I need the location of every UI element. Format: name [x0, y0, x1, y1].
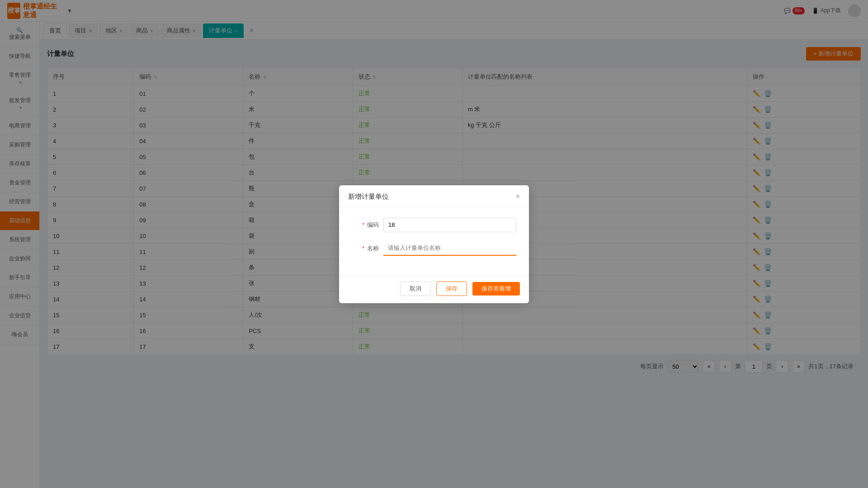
- cancel-button[interactable]: 取消: [400, 282, 431, 296]
- modal-title: 新增计量单位: [348, 192, 389, 201]
- required-mark: *: [362, 245, 364, 252]
- modal-footer: 取消 保存 保存并新增: [339, 276, 529, 303]
- save-and-new-button[interactable]: 保存并新增: [472, 282, 520, 296]
- save-button[interactable]: 保存: [436, 282, 467, 296]
- name-input[interactable]: [383, 241, 516, 256]
- form-row-name: * 名称: [352, 241, 516, 256]
- app-container: 橙掌 橙掌通经生意通 ▼ 💬 99+ 📱 App下载 🔍: [0, 0, 868, 488]
- form-label-name: * 名称: [352, 244, 379, 253]
- form-label-code: * 编码: [352, 221, 379, 229]
- modal-close-button[interactable]: ×: [516, 192, 520, 201]
- modal-header: 新增计量单位 ×: [339, 185, 529, 207]
- form-row-code: * 编码: [352, 218, 516, 232]
- add-measure-unit-modal: 新增计量单位 × * 编码 * 名称: [339, 185, 529, 303]
- required-mark: *: [362, 221, 364, 228]
- modal-overlay: 新增计量单位 × * 编码 * 名称: [0, 0, 868, 488]
- code-input[interactable]: [383, 218, 516, 232]
- modal-body: * 编码 * 名称: [339, 207, 529, 276]
